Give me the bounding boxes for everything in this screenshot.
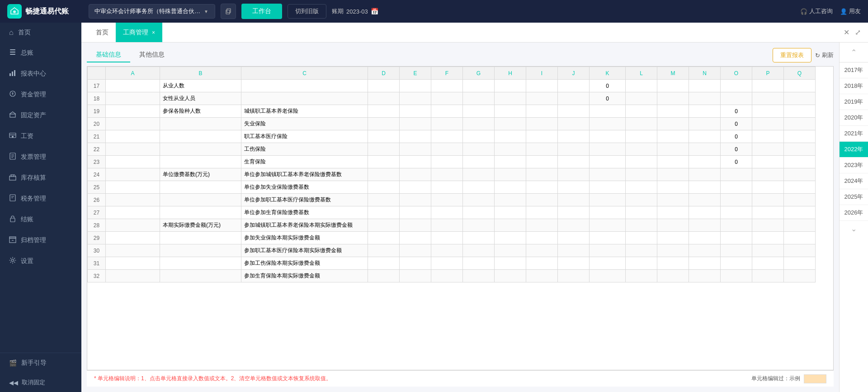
cell-m-30[interactable] xyxy=(657,244,689,257)
cell-p-28[interactable] xyxy=(752,219,784,232)
cell-p-31[interactable] xyxy=(752,257,784,270)
cell-n-26[interactable] xyxy=(689,194,721,206)
cell-m-21[interactable] xyxy=(657,130,689,143)
cell-c-24[interactable]: 单位参加城镇职工基本养老保险缴费基数 xyxy=(241,168,368,181)
cell-o-21[interactable]: 0 xyxy=(721,130,752,143)
cell-a-25[interactable] xyxy=(106,181,160,194)
cell-h-23[interactable] xyxy=(495,156,526,168)
table-row[interactable]: 21职工基本医疗保险0 xyxy=(88,130,816,143)
cell-p-32[interactable] xyxy=(752,270,784,282)
cell-m-26[interactable] xyxy=(657,194,689,206)
cell-c-19[interactable]: 城镇职工基本养老保险 xyxy=(241,105,368,118)
cell-d-31[interactable] xyxy=(368,257,400,270)
cell-g-28[interactable] xyxy=(463,219,495,232)
cell-o-29[interactable] xyxy=(721,232,752,244)
cell-f-27[interactable] xyxy=(431,206,463,219)
cell-k-26[interactable] xyxy=(590,194,626,206)
cell-i-29[interactable] xyxy=(526,232,558,244)
tab-close-icon[interactable]: × xyxy=(152,29,155,36)
cell-i-24[interactable] xyxy=(526,168,558,181)
cell-i-19[interactable] xyxy=(526,105,558,118)
cell-m-31[interactable] xyxy=(657,257,689,270)
cell-q-18[interactable] xyxy=(784,92,816,105)
cell-l-30[interactable] xyxy=(626,244,657,257)
cell-j-21[interactable] xyxy=(558,130,590,143)
cell-o-20[interactable]: 0 xyxy=(721,118,752,130)
cell-d-28[interactable] xyxy=(368,219,400,232)
cell-q-26[interactable] xyxy=(784,194,816,206)
cell-j-24[interactable] xyxy=(558,168,590,181)
cell-f-30[interactable] xyxy=(431,244,463,257)
cell-l-26[interactable] xyxy=(626,194,657,206)
cell-q-27[interactable] xyxy=(784,206,816,219)
cell-o-24[interactable] xyxy=(721,168,752,181)
cell-g-32[interactable] xyxy=(463,270,495,282)
cell-h-25[interactable] xyxy=(495,181,526,194)
cell-f-29[interactable] xyxy=(431,232,463,244)
cell-e-18[interactable] xyxy=(400,92,431,105)
year-item[interactable]: 2020年 xyxy=(840,110,868,126)
cell-e-30[interactable] xyxy=(400,244,431,257)
cell-d-32[interactable] xyxy=(368,270,400,282)
cell-n-19[interactable] xyxy=(689,105,721,118)
cell-q-17[interactable] xyxy=(784,80,816,92)
cell-q-22[interactable] xyxy=(784,143,816,156)
cell-b-32[interactable] xyxy=(160,270,241,282)
cell-f-23[interactable] xyxy=(431,156,463,168)
cell-n-23[interactable] xyxy=(689,156,721,168)
cell-n-22[interactable] xyxy=(689,143,721,156)
sidebar-item-inventory[interactable]: 库存核算 xyxy=(0,167,81,188)
cell-c-28[interactable]: 参加城镇职工基本养老保险本期实际缴费金额 xyxy=(241,219,368,232)
cell-q-32[interactable] xyxy=(784,270,816,282)
cell-m-28[interactable] xyxy=(657,219,689,232)
cell-c-23[interactable]: 生育保险 xyxy=(241,156,368,168)
cell-k-21[interactable] xyxy=(590,130,626,143)
cell-k-18[interactable]: 0 xyxy=(590,92,626,105)
cell-i-17[interactable] xyxy=(526,80,558,92)
cell-q-31[interactable] xyxy=(784,257,816,270)
cell-p-30[interactable] xyxy=(752,244,784,257)
cell-l-19[interactable] xyxy=(626,105,657,118)
cell-l-31[interactable] xyxy=(626,257,657,270)
spreadsheet-table-wrapper[interactable]: A B C D E F G H I J K L xyxy=(87,66,834,370)
cell-o-28[interactable] xyxy=(721,219,752,232)
cell-a-29[interactable] xyxy=(106,232,160,244)
cell-o-23[interactable]: 0 xyxy=(721,156,752,168)
sidebar-item-home[interactable]: ⌂ 首页 xyxy=(0,23,81,43)
table-row[interactable]: 31参加工伤保险本期实际缴费金额 xyxy=(88,257,816,270)
cell-c-27[interactable]: 单位参加生育保险缴费基数 xyxy=(241,206,368,219)
cell-n-17[interactable] xyxy=(689,80,721,92)
sidebar-item-new-guide[interactable]: 🎬 新手引导 xyxy=(0,353,81,373)
cell-h-31[interactable] xyxy=(495,257,526,270)
cell-m-23[interactable] xyxy=(657,156,689,168)
sidebar-item-invoice[interactable]: 发票管理 xyxy=(0,147,81,167)
cell-a-24[interactable] xyxy=(106,168,160,181)
cell-l-18[interactable] xyxy=(626,92,657,105)
cell-l-20[interactable] xyxy=(626,118,657,130)
cell-g-19[interactable] xyxy=(463,105,495,118)
cell-i-20[interactable] xyxy=(526,118,558,130)
cell-l-23[interactable] xyxy=(626,156,657,168)
cell-j-30[interactable] xyxy=(558,244,590,257)
cell-p-27[interactable] xyxy=(752,206,784,219)
cell-q-20[interactable] xyxy=(784,118,816,130)
cell-d-25[interactable] xyxy=(368,181,400,194)
cell-b-19[interactable]: 参保各险种人数 xyxy=(160,105,241,118)
cell-l-21[interactable] xyxy=(626,130,657,143)
year-item[interactable]: 2018年 xyxy=(840,78,868,94)
cell-h-27[interactable] xyxy=(495,206,526,219)
cell-e-17[interactable] xyxy=(400,80,431,92)
cell-n-25[interactable] xyxy=(689,181,721,194)
copy-button[interactable] xyxy=(221,4,236,19)
cell-i-28[interactable] xyxy=(526,219,558,232)
cell-d-20[interactable] xyxy=(368,118,400,130)
sidebar-item-reports[interactable]: 报表中心 xyxy=(0,63,81,84)
year-item[interactable]: 2019年 xyxy=(840,94,868,110)
cell-e-21[interactable] xyxy=(400,130,431,143)
cell-b-29[interactable] xyxy=(160,232,241,244)
cell-o-30[interactable] xyxy=(721,244,752,257)
cell-l-22[interactable] xyxy=(626,143,657,156)
cell-a-26[interactable] xyxy=(106,194,160,206)
cell-i-21[interactable] xyxy=(526,130,558,143)
company-selector[interactable]: 中审众环会计师事务所（特殊普通合伙… ▼ xyxy=(89,4,215,19)
